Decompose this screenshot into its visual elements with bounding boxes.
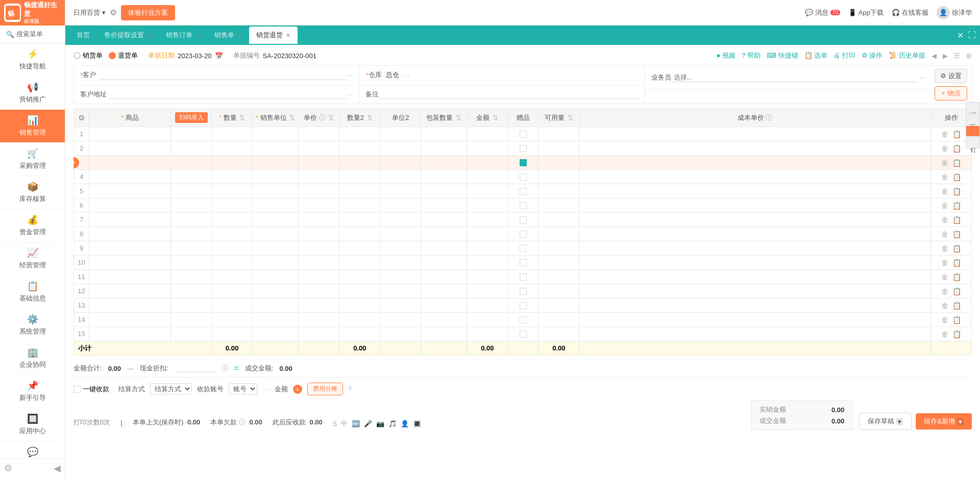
amount-cell-10[interactable] (467, 256, 508, 270)
account-select[interactable]: 账号 (229, 383, 257, 395)
qty2-cell-12[interactable] (339, 284, 380, 298)
product-cell-6[interactable] (89, 198, 171, 213)
pack-sort-icon[interactable]: ⇅ (456, 114, 461, 121)
qty-cell-10[interactable] (212, 256, 253, 270)
qty-cell-3[interactable] (212, 156, 253, 170)
tab-home[interactable]: 首页 (69, 27, 97, 44)
qty-cell-7[interactable] (212, 213, 253, 227)
qty2-cell-11[interactable] (339, 270, 380, 284)
price-cell-2[interactable] (299, 141, 339, 156)
unit2-cell-4[interactable] (380, 170, 421, 184)
grid-view-icon[interactable]: ⊞ (966, 52, 972, 60)
cost-cell-5[interactable] (579, 184, 931, 198)
operation-btn[interactable]: ⚙ 操作 (862, 51, 883, 60)
sidebar-item-wechat[interactable]: 💬 企业微信 (0, 441, 65, 458)
gift-cell-9[interactable] (508, 241, 538, 256)
copy-row-10[interactable]: 📋 (952, 259, 961, 267)
avail-cell-9[interactable] (538, 241, 579, 256)
delete-row-8[interactable]: 🗑 (941, 230, 948, 238)
pack-cell-14[interactable] (421, 313, 467, 327)
video-btn[interactable]: ● 视频 (717, 51, 736, 60)
sidebar-item-finance[interactable]: 💰 资金管理 (0, 209, 65, 242)
qty2-cell-6[interactable] (339, 198, 380, 213)
remark-input[interactable] (379, 90, 638, 99)
qty-cell-8[interactable] (212, 227, 253, 241)
delete-row-7[interactable]: 🗑 (941, 216, 948, 224)
pack-cell-12[interactable] (421, 284, 467, 298)
copy-row-7[interactable]: 📋 (952, 216, 961, 224)
cost-cell-14[interactable] (579, 313, 931, 327)
cost-cell-13[interactable] (579, 298, 931, 313)
save-draft-chevron[interactable]: ▾ (896, 418, 903, 425)
address-lookup-icon[interactable]: ··· (346, 90, 353, 98)
status-item-2-info[interactable]: ⓘ (239, 418, 246, 426)
sales-unit-cell-10[interactable] (253, 256, 299, 270)
amount-cell-1[interactable] (467, 127, 508, 141)
sales-unit-cell-11[interactable] (253, 270, 299, 284)
cost-cell-9[interactable] (579, 241, 931, 256)
gift-checkbox-12[interactable] (520, 288, 527, 295)
gift-cell-1[interactable] (508, 127, 538, 141)
qty2-cell-5[interactable] (339, 184, 380, 198)
sidebar-item-system[interactable]: ⚙️ 系统管理 (0, 309, 65, 342)
delete-row-10[interactable]: 🗑 (941, 259, 948, 267)
copy-row-1[interactable]: 📋 (952, 130, 961, 138)
gift-cell-12[interactable] (508, 284, 538, 298)
amount-cell-5[interactable] (467, 184, 508, 198)
gift-checkbox-14[interactable] (520, 316, 527, 323)
amount-cell-9[interactable] (467, 241, 508, 256)
sales-unit-cell-1[interactable] (253, 127, 299, 141)
unit2-cell-15[interactable] (380, 327, 421, 341)
cost-cell-4[interactable] (579, 170, 931, 184)
delete-row-5[interactable]: 🗑 (941, 187, 948, 195)
price-cell-14[interactable] (299, 313, 339, 327)
sales-unit-cell-4[interactable] (253, 170, 299, 184)
qty2-cell-13[interactable] (339, 298, 380, 313)
product-cell-12[interactable] (89, 284, 171, 298)
sidebar-item-apps[interactable]: 🔲 应用中心 (0, 408, 65, 441)
account-lookup-icon[interactable]: ··· (262, 385, 270, 393)
rfloat-collect[interactable]: 收 (966, 125, 980, 137)
qty-cell-6[interactable] (212, 198, 253, 213)
copy-row-11[interactable]: 📋 (952, 273, 961, 281)
product-cell-15[interactable] (89, 327, 171, 341)
qty-cell-9[interactable] (212, 241, 253, 256)
gift-checkbox-9[interactable] (520, 245, 527, 252)
gift-cell-6[interactable] (508, 198, 538, 213)
pack-cell-2[interactable] (421, 141, 467, 156)
history-btn[interactable]: 📜 历史单据 (889, 51, 925, 60)
prev-record-icon[interactable]: ◀ (932, 52, 937, 60)
sales-unit-cell-9[interactable] (253, 241, 299, 256)
qty-cell-4[interactable] (212, 170, 253, 184)
save-draft-btn[interactable]: 保存草稿 ▾ (859, 413, 912, 430)
settle-method-select[interactable]: 结算方式 (150, 383, 192, 395)
customer-input[interactable] (101, 70, 346, 80)
avail-cell-11[interactable] (538, 270, 579, 284)
avail-cell-3[interactable] (538, 156, 579, 170)
copy-row-4[interactable]: 📋 (952, 173, 961, 181)
gift-checkbox-5[interactable] (520, 188, 527, 195)
qty2-cell-10[interactable] (339, 256, 380, 270)
qty2-cell-1[interactable] (339, 127, 380, 141)
sales-unit-cell-6[interactable] (253, 198, 299, 213)
amount-cell-15[interactable] (467, 327, 508, 341)
gift-checkbox-2[interactable] (520, 145, 527, 152)
product-cell-2[interactable] (89, 141, 171, 156)
amount-cell-12[interactable] (467, 284, 508, 298)
pack-cell-11[interactable] (421, 270, 467, 284)
gift-checkbox-11[interactable] (520, 273, 527, 281)
gift-cell-7[interactable] (508, 213, 538, 227)
price-cell-15[interactable] (299, 327, 339, 341)
product-cell-8[interactable] (89, 227, 171, 241)
gift-checkbox-8[interactable] (520, 231, 527, 238)
pack-cell-5[interactable] (421, 184, 467, 198)
delete-row-6[interactable]: 🗑 (941, 202, 948, 210)
delete-row-1[interactable]: 🗑 (941, 130, 948, 138)
gift-cell-2[interactable] (508, 141, 538, 156)
sidebar-collapse-icon[interactable]: ◀ (54, 463, 61, 474)
sales-unit-sort-icon[interactable]: ⇅ (289, 114, 295, 121)
scan-input-btn[interactable]: 扫码录入 (175, 112, 208, 123)
gift-cell-11[interactable] (508, 270, 538, 284)
salesperson-lookup-icon[interactable]: ··· (918, 73, 925, 81)
print-btn[interactable]: 🖨 打印 (834, 51, 855, 60)
